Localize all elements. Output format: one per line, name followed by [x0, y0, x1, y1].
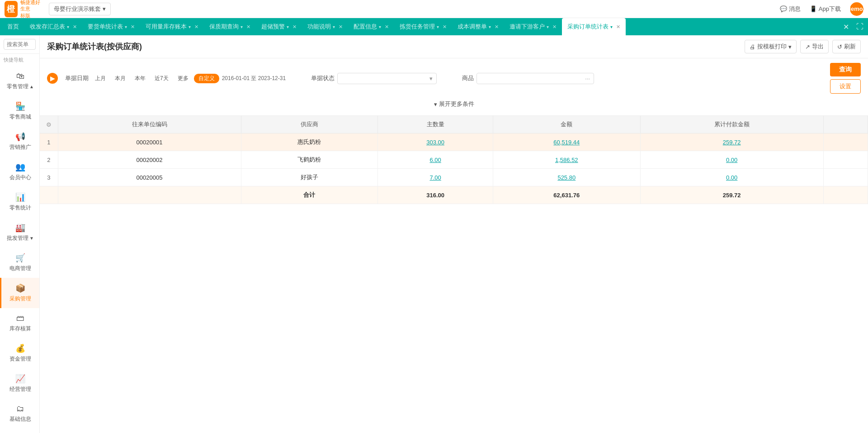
- sidebar-item-member[interactable]: 👥 会员中心: [0, 157, 39, 187]
- sidebar-item-retail-stats[interactable]: 📊 零售统计: [0, 187, 39, 217]
- close-icon[interactable]: ✕: [495, 24, 499, 30]
- tab-cost-adjust[interactable]: 成本调整单 ▾ ✕: [452, 18, 504, 35]
- tab-function-desc[interactable]: 功能说明 ▾ ✕: [302, 18, 348, 35]
- sidebar-item-system[interactable]: ⚙ 系统管理: [0, 428, 39, 433]
- footer-label: 合计: [241, 186, 378, 204]
- shortcut-more[interactable]: 更多: [174, 74, 192, 83]
- row-code-1: 00020001: [58, 133, 241, 151]
- goods-more-btn[interactable]: ···: [581, 75, 594, 82]
- nav-maximize-btn[interactable]: ⛶: [854, 23, 866, 31]
- data-table: ⚙ 往来单位编码 供应商 主数量 金额 累计付款金额 1 00020001: [40, 116, 868, 204]
- filter-actions: 查询 设置: [830, 63, 861, 94]
- settings-btn[interactable]: 设置: [830, 79, 861, 94]
- marketing-icon: 📢: [15, 132, 25, 142]
- shortcut-last-month[interactable]: 上月: [91, 74, 109, 83]
- column-settings-icon[interactable]: ⚙: [46, 121, 52, 128]
- tab-invite-downstream[interactable]: 邀请下游客户 ▾ ✕: [504, 18, 562, 35]
- row-paid-1: 259.72: [640, 133, 823, 151]
- status-select[interactable]: ▾: [337, 73, 437, 84]
- message-btn[interactable]: 💬 消息: [780, 5, 801, 13]
- tab-purchase-order-stats[interactable]: 采购订单统计表 ▾ ✕: [562, 18, 626, 35]
- shortcut-this-month[interactable]: 本月: [111, 74, 129, 83]
- operations-icon: 📈: [15, 374, 25, 384]
- row-quantity-1: 303.00: [378, 133, 493, 151]
- row-supplier-1: 惠氏奶粉: [241, 133, 378, 151]
- main-layout: 快捷导航 🛍 零售管理 ▲ 🏪 零售商城 📢 营销推广 👥 会员中心 📊 零售统…: [0, 35, 868, 433]
- purchase-icon: 📦: [15, 283, 25, 293]
- sidebar-item-ecommerce[interactable]: 🛒 电商管理: [0, 247, 39, 278]
- tab-usable-inventory[interactable]: 可用量库存账本 ▾ ✕: [140, 18, 204, 35]
- tab-arrow: ▾: [547, 24, 549, 29]
- template-print-btn[interactable]: 🖨 按模板打印 ▾: [745, 40, 797, 53]
- tab-overstock-warning[interactable]: 超储预警 ▾ ✕: [256, 18, 302, 35]
- sidebar-item-finance[interactable]: 💰 资金管理: [0, 338, 39, 368]
- shortcut-this-year[interactable]: 本年: [131, 74, 149, 83]
- tab-config-info[interactable]: 配置信息 ▾ ✕: [348, 18, 394, 35]
- status-select-arrow: ▾: [429, 75, 433, 82]
- row-amount-2: 1,586.52: [493, 151, 640, 169]
- close-icon-active[interactable]: ✕: [616, 24, 620, 30]
- row-code-2: 00020002: [58, 151, 241, 169]
- col-amount-header: 金额: [493, 116, 640, 133]
- main-content: 采购订单统计表(按供应商) 🖨 按模板打印 ▾ ↗ 导出 ↺ 刷新: [40, 35, 868, 433]
- app-download-btn[interactable]: 📱 App下载: [810, 5, 841, 13]
- quick-nav-label: 快捷导航: [0, 54, 39, 66]
- tab-arrow: ▾: [489, 24, 491, 29]
- sidebar-item-retail[interactable]: 🛍 零售管理 ▲: [0, 66, 39, 96]
- close-icon[interactable]: ✕: [73, 24, 77, 30]
- row-amount-3: 525.80: [493, 169, 640, 186]
- sidebar-item-wholesale[interactable]: 🏭 批发管理 ▼: [0, 217, 39, 247]
- table-footer-row: 合计 316.00 62,631.76 259.72: [40, 186, 868, 204]
- tab-arrow: ▾: [437, 24, 439, 29]
- tab-arrow: ▾: [379, 24, 381, 29]
- shortcut-7days[interactable]: 近7天: [151, 74, 172, 83]
- sidebar-item-marketing[interactable]: 📢 营销推广: [0, 126, 39, 157]
- expand-more-btn[interactable]: ▾ 展开更多条件: [431, 97, 477, 111]
- row-num-2: 2: [40, 151, 58, 169]
- sidebar-item-inventory[interactable]: 🗃 库存核算: [0, 308, 39, 338]
- user-avatar[interactable]: demo2: [850, 2, 863, 16]
- search-btn[interactable]: 查询: [830, 63, 861, 76]
- top-bar: 橙 畅捷通好生意 标版 母婴行业演示账套 ▾ 💬 消息 📱 App下载 demo…: [0, 0, 868, 18]
- row-supplier-2: 飞鹤奶粉: [241, 151, 378, 169]
- close-icon[interactable]: ✕: [194, 24, 198, 30]
- footer-quantity: 316.00: [378, 186, 493, 204]
- tab-pick-task[interactable]: 拣货任务管理 ▾ ✕: [394, 18, 452, 35]
- close-icon[interactable]: ✕: [292, 24, 297, 30]
- filter-toggle-btn[interactable]: ▶: [47, 73, 58, 84]
- tab-receive-summary[interactable]: 收发存汇总表 ▾ ✕: [24, 18, 82, 35]
- export-btn[interactable]: ↗ 导出: [800, 40, 829, 53]
- goods-input[interactable]: [477, 73, 581, 84]
- tab-arrow: ▾: [67, 24, 69, 29]
- tab-order-stats[interactable]: 要货单统计表 ▾ ✕: [82, 18, 140, 35]
- search-input[interactable]: [4, 39, 36, 50]
- nav-close-btn[interactable]: ✕: [840, 23, 852, 31]
- close-icon[interactable]: ✕: [246, 24, 250, 30]
- sidebar-item-operations[interactable]: 📈 经营管理: [0, 368, 39, 399]
- app-logo: 橙 畅捷通好生意 标版: [5, 0, 44, 19]
- row-num-1: 1: [40, 133, 58, 151]
- row-quantity-2: 6.00: [378, 151, 493, 169]
- workspace-selector[interactable]: 母婴行业演示账套 ▾: [49, 3, 111, 15]
- tab-home[interactable]: 首页: [2, 18, 24, 35]
- row-quantity-3: 7.00: [378, 169, 493, 186]
- sidebar-item-purchase[interactable]: 📦 采购管理: [0, 278, 39, 308]
- date-filter-item: 单据日期 上月 本月 本年 近7天 更多 自定义 2016-01-01 至 20…: [65, 74, 286, 83]
- wholesale-icon: 🏭: [15, 223, 25, 233]
- refresh-btn[interactable]: ↺ 刷新: [832, 40, 861, 53]
- tab-arrow-active: ▾: [610, 24, 613, 29]
- tab-expiry-query[interactable]: 保质期查询 ▾ ✕: [204, 18, 256, 35]
- finance-icon: 💰: [15, 343, 25, 353]
- sidebar-item-basic[interactable]: 🗂 基础信息: [0, 399, 39, 428]
- close-icon[interactable]: ✕: [552, 24, 557, 30]
- close-icon[interactable]: ✕: [339, 24, 343, 30]
- close-icon[interactable]: ✕: [443, 24, 447, 30]
- close-icon[interactable]: ✕: [385, 24, 389, 30]
- sidebar-item-retail-mall[interactable]: 🏪 零售商城: [0, 96, 39, 126]
- refresh-icon: ↺: [837, 43, 842, 50]
- row-amount-1: 60,519.44: [493, 133, 640, 151]
- table-header-row: ⚙ 往来单位编码 供应商 主数量 金额 累计付款金额: [40, 116, 868, 133]
- close-icon[interactable]: ✕: [131, 24, 135, 30]
- shortcut-custom[interactable]: 自定义: [194, 74, 219, 83]
- col-settings-header: ⚙: [40, 116, 58, 133]
